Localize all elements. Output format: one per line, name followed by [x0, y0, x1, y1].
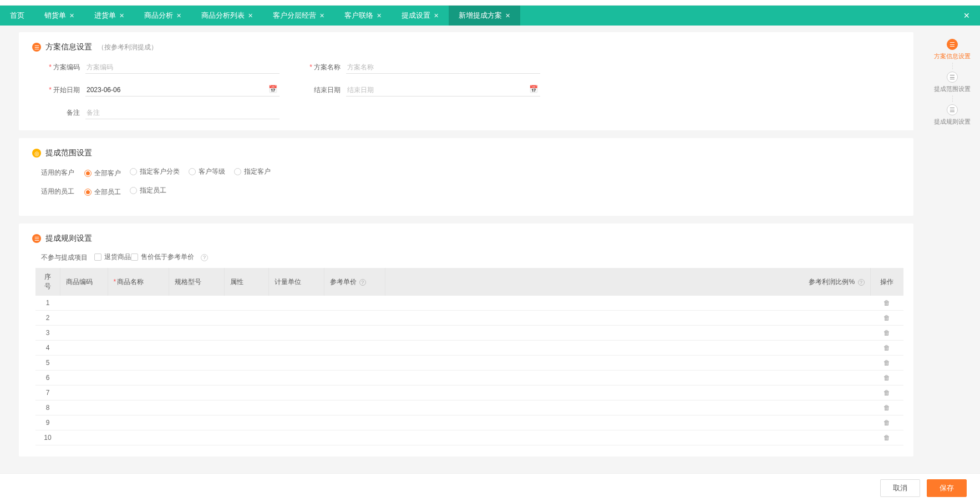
- radio-icon: [84, 170, 92, 177]
- plan-name-input[interactable]: [346, 61, 540, 74]
- tab-客户联络[interactable]: 客户联络✕: [334, 6, 392, 26]
- customer-scope-option[interactable]: 指定客户: [234, 167, 271, 176]
- tab-close-icon[interactable]: ✕: [319, 6, 324, 26]
- anchor-icon: ☰: [947, 39, 958, 50]
- main-content: ☰ 方案信息设置 （按参考利润提成） *方案编码 *方案名称: [0, 26, 925, 473]
- delete-icon[interactable]: 🗑: [883, 299, 890, 307]
- help-icon[interactable]: ?: [201, 254, 208, 261]
- customer-scope-option[interactable]: 指定客户分类: [130, 167, 180, 176]
- col-ref-price: 参考单价 ?: [324, 268, 385, 296]
- radio-icon: [130, 187, 137, 194]
- table-row[interactable]: 2🗑: [35, 311, 903, 326]
- section-rules: ☰ 提成规则设置 不参与提成项目 退货商品售价低于参考单价 ? 序号 商品编码 …: [19, 224, 913, 457]
- customer-scope-label: 适用的客户: [41, 168, 74, 178]
- col-profit-rate: 参考利润比例% ?: [385, 268, 870, 296]
- tab-提成设置[interactable]: 提成设置✕: [392, 6, 449, 26]
- tab-close-icon[interactable]: ✕: [69, 6, 74, 26]
- section-scope: ◎ 提成范围设置 适用的客户 全部客户指定客户分类客户等级指定客户 适用的员工 …: [19, 138, 913, 216]
- col-spec: 规格型号: [169, 268, 224, 296]
- table-row[interactable]: 1🗑: [35, 296, 903, 311]
- section-title: 提成范围设置: [45, 148, 92, 158]
- start-date-input[interactable]: [85, 84, 280, 97]
- tab-close-icon[interactable]: ✕: [377, 6, 382, 26]
- exclude-label: 不参与提成项目: [41, 253, 88, 262]
- table-row[interactable]: 4🗑: [35, 341, 903, 356]
- tab-首页[interactable]: 首页: [0, 6, 34, 26]
- section-subtitle: （按参考利润提成）: [98, 43, 158, 52]
- section-icon: ☰: [32, 43, 41, 52]
- delete-icon[interactable]: 🗑: [883, 404, 890, 412]
- table-row[interactable]: 3🗑: [35, 326, 903, 341]
- employee-scope-label: 适用的员工: [41, 187, 74, 196]
- table-row[interactable]: 9🗑: [35, 415, 903, 430]
- employee-scope-option[interactable]: 全部员工: [84, 187, 121, 197]
- section-icon: ☰: [32, 234, 41, 243]
- delete-icon[interactable]: 🗑: [883, 419, 890, 427]
- help-icon[interactable]: ?: [359, 279, 366, 286]
- remark-input[interactable]: [85, 107, 280, 119]
- anchor-step[interactable]: ☰提成范围设置: [934, 72, 971, 93]
- delete-icon[interactable]: 🗑: [883, 359, 890, 367]
- table-row[interactable]: 8🗑: [35, 400, 903, 415]
- radio-icon: [234, 168, 241, 175]
- rules-table: 序号 商品编码 *商品名称 规格型号 属性 计量单位 参考单价 ? 参考利润比例…: [35, 268, 903, 445]
- section-title: 方案信息设置: [45, 42, 92, 52]
- section-icon: ◎: [32, 149, 41, 158]
- radio-icon: [84, 189, 92, 196]
- col-seq: 序号: [35, 268, 60, 296]
- tab-客户分层经营[interactable]: 客户分层经营✕: [263, 6, 334, 26]
- employee-scope-option[interactable]: 指定员工: [130, 186, 166, 195]
- delete-icon[interactable]: 🗑: [883, 344, 890, 352]
- start-date-label: *开始日期: [41, 85, 80, 95]
- help-icon[interactable]: ?: [858, 279, 865, 286]
- end-date-input[interactable]: [346, 84, 540, 97]
- tab-商品分析[interactable]: 商品分析✕: [134, 6, 191, 26]
- delete-icon[interactable]: 🗑: [883, 374, 890, 382]
- checkbox-icon: [94, 253, 101, 261]
- name-label: *方案名称: [302, 63, 341, 72]
- table-row[interactable]: 7🗑: [35, 386, 903, 400]
- close-icon[interactable]: ✕: [963, 11, 970, 20]
- tab-close-icon[interactable]: ✕: [248, 6, 253, 26]
- tab-销货单[interactable]: 销货单✕: [34, 6, 84, 26]
- tab-商品分析列表[interactable]: 商品分析列表✕: [191, 6, 263, 26]
- tab-close-icon[interactable]: ✕: [434, 6, 439, 26]
- section-title: 提成规则设置: [45, 234, 92, 244]
- tab-新增提成方案[interactable]: 新增提成方案✕: [449, 6, 520, 26]
- tab-进货单[interactable]: 进货单✕: [84, 6, 134, 26]
- delete-icon[interactable]: 🗑: [883, 329, 890, 337]
- exclude-option[interactable]: 退货商品: [94, 252, 131, 262]
- delete-icon[interactable]: 🗑: [883, 314, 890, 322]
- customer-scope-option[interactable]: 客户等级: [189, 167, 225, 176]
- tab-nav: 首页销货单✕进货单✕商品分析✕商品分析列表✕客户分层经营✕客户联络✕提成设置✕新…: [0, 6, 980, 26]
- delete-icon[interactable]: 🗑: [883, 434, 890, 442]
- tab-close-icon[interactable]: ✕: [505, 6, 510, 26]
- plan-code-input[interactable]: [85, 61, 280, 74]
- anchor-step[interactable]: ☰方案信息设置: [934, 39, 971, 60]
- customer-scope-option[interactable]: 全部客户: [84, 169, 121, 178]
- radio-icon: [130, 168, 137, 175]
- delete-icon[interactable]: 🗑: [883, 389, 890, 397]
- exclude-option[interactable]: 售价低于参考单价: [131, 252, 194, 262]
- col-product-name: *商品名称: [108, 268, 169, 296]
- customer-scope-row: 适用的客户 全部客户指定客户分类客户等级指定客户: [32, 167, 900, 178]
- radio-icon: [189, 168, 196, 175]
- section-plan-info: ☰ 方案信息设置 （按参考利润提成） *方案编码 *方案名称: [19, 32, 913, 130]
- col-attr: 属性: [224, 268, 268, 296]
- anchor-icon: ☰: [947, 104, 958, 115]
- anchor-nav: ☰方案信息设置☰提成范围设置☰提成规则设置: [925, 26, 980, 473]
- table-row[interactable]: 6🗑: [35, 371, 903, 386]
- code-label: *方案编码: [41, 63, 80, 72]
- table-row[interactable]: 10🗑: [35, 430, 903, 445]
- anchor-icon: ☰: [947, 72, 958, 83]
- col-product-code: 商品编码: [60, 268, 108, 296]
- tab-close-icon[interactable]: ✕: [176, 6, 181, 26]
- col-unit: 计量单位: [268, 268, 324, 296]
- tab-close-icon[interactable]: ✕: [119, 6, 124, 26]
- exclude-row: 不参与提成项目 退货商品售价低于参考单价 ?: [32, 252, 900, 262]
- anchor-step[interactable]: ☰提成规则设置: [934, 104, 971, 126]
- end-date-label: 结束日期: [302, 85, 341, 95]
- col-op: 操作: [870, 268, 903, 296]
- remark-label: 备注: [41, 108, 80, 118]
- table-row[interactable]: 5🗑: [35, 356, 903, 371]
